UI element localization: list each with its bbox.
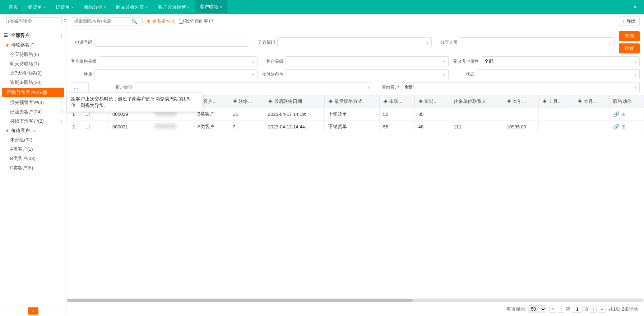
value-group-edit-icon[interactable]: ✏	[33, 128, 37, 133]
settings-button[interactable]: 设置	[619, 43, 640, 53]
main-search-input[interactable]	[74, 19, 131, 24]
nav-analysis[interactable]: 商品分析 ×	[79, 0, 111, 14]
col-action: 联络动作	[609, 95, 644, 108]
action-grid-icon[interactable]: ⊞	[621, 111, 626, 117]
cell-name	[151, 121, 194, 133]
table-row: 2 000031 A类客户 7 2023-04-12 14:44: 下销货单 5…	[66, 121, 644, 133]
sidebar-value-group[interactable]: ▼ 价值客户 ✏	[0, 126, 66, 135]
customer-level-select[interactable]: ∨	[286, 56, 449, 66]
my-customers-checkbox[interactable]	[179, 19, 184, 24]
cell-last-contact-method: 下销货单	[324, 108, 379, 121]
price-level-select[interactable]: ∨	[99, 56, 258, 66]
retail-attr-select[interactable]: 全部 ∨	[481, 56, 640, 66]
cell-uncontacted: 50	[379, 108, 414, 121]
cell-last-contact-date: 2023-04-17 14:19:	[264, 108, 325, 121]
sidebar-bottom: ›	[0, 306, 66, 316]
query-button[interactable]: 查询	[619, 31, 640, 41]
next-page-button[interactable]: ›	[590, 306, 597, 313]
status-label: 状态	[453, 71, 474, 77]
retail-customer-select[interactable]: 全部 ∨	[401, 82, 640, 92]
collapse-icon: 《	[59, 33, 62, 38]
contact-method-link[interactable]: 下销货单	[328, 111, 347, 117]
nav-analysis-list[interactable]: 商品分析列表 ×	[111, 0, 153, 14]
main-search-wrap: 🔍	[71, 17, 143, 25]
sidebar-item-today[interactable]: 今天待联络(0)	[0, 50, 66, 59]
row-checkbox[interactable]	[85, 124, 89, 128]
nav-crm-segment[interactable]: 客户分层经营 ×	[153, 0, 195, 14]
my-customers-filter[interactable]: 我分管的客户	[179, 18, 213, 24]
sidebar-item-overdue[interactable]: 逾期未联络(30)	[0, 78, 66, 87]
sidebar-item-unclassified[interactable]: 未分组(32)	[0, 135, 66, 145]
payment-select[interactable]: ∨	[286, 69, 449, 79]
filter-retail-attr: 零散客户属性 全部 ∨	[453, 56, 640, 66]
gender-select[interactable]: ∨	[94, 69, 258, 79]
cell-this-month	[574, 121, 609, 133]
cell-last-month	[539, 108, 574, 121]
nav-purchase-close[interactable]: ×	[71, 5, 73, 9]
col-overdue: ◈ 逾期...	[414, 95, 450, 108]
per-page-select[interactable]: 50 20 100	[528, 305, 546, 313]
action-link-icon[interactable]: 🔗	[613, 111, 619, 117]
cell-this-month	[574, 108, 609, 121]
cell-overdue: 48	[414, 121, 450, 133]
adv-filter-row2: 客户价格等级 ∨ 客户等级 ∨ 零散客户属性 全部	[71, 56, 640, 66]
sidebar-item-b-class[interactable]: B类客户(33)	[0, 154, 66, 163]
customer-level-label: 客户等级	[262, 58, 283, 65]
nav-analysis-list-close[interactable]: ×	[145, 5, 148, 9]
manager-label: 分管人员	[436, 39, 458, 46]
sidebar-item-repeat-purchase[interactable]: 回购异常客户(2) ?	[2, 88, 64, 97]
help-icon-churned: ?	[60, 110, 62, 114]
first-page-button[interactable]: «	[549, 306, 557, 313]
horizontal-scrollbar[interactable]	[66, 298, 644, 302]
dept-chevron-icon: ∨	[426, 41, 428, 44]
nav-sales[interactable]: 销货单 ×	[23, 0, 51, 14]
status-select[interactable]: ∨	[477, 69, 640, 79]
sidebar-pending-group[interactable]: ▼ 待联络客户	[0, 41, 66, 50]
repeat-purchase-help-icon[interactable]: ?	[42, 90, 47, 95]
scroll-thumb[interactable]	[67, 299, 413, 302]
sidebar-item-tomorrow[interactable]: 明天待联络(1)	[0, 59, 66, 69]
cell-last-month	[539, 121, 574, 133]
main-search-icon[interactable]: 🔍	[131, 19, 137, 24]
filter-manager: 分管人员 …	[436, 37, 615, 47]
sidebar-search-icon[interactable]: 🔍	[63, 19, 66, 24]
phone-input[interactable]	[94, 38, 249, 47]
cell-contact: 15	[229, 108, 264, 121]
sidebar-all-customers[interactable]: ☰ 全部客户 《	[0, 30, 66, 41]
cell-code: 000031	[109, 121, 151, 133]
nav-purchase[interactable]: 进货单 ×	[51, 0, 78, 14]
sidebar-item-churned[interactable]: 已流失客户(24) ?	[0, 107, 66, 117]
cell-uncontacted: 55	[379, 121, 414, 133]
more-conditions-button[interactable]: ▼ 更多条件 ∧	[146, 18, 175, 24]
nav-crm-contact-close[interactable]: ×	[220, 5, 222, 9]
dept-select[interactable]: ∨	[277, 37, 432, 47]
last-page-button[interactable]: »	[598, 306, 606, 313]
sidebar-item-a-class[interactable]: A类客户(1)	[0, 145, 66, 154]
filter-phone: 电话号码	[71, 38, 249, 47]
action-link-icon[interactable]: 🔗	[613, 124, 619, 129]
page-number-input[interactable]	[572, 306, 583, 313]
export-button[interactable]: ↑ 导出	[619, 16, 640, 26]
more-dots-button[interactable]: ...	[71, 82, 89, 92]
nav-analysis-close[interactable]: ×	[104, 5, 106, 9]
sidebar-item-declining[interactable]: 持续下滑客户(2) ?	[0, 117, 66, 126]
customer-type-select[interactable]: ∨	[135, 82, 373, 92]
pagination-footer: 每页显示 50 20 100 « ‹ 第 页 › » 共1页 2条记录	[66, 302, 644, 316]
sidebar-item-7days[interactable]: 近7天待联络(0)	[0, 69, 66, 78]
action-grid-icon[interactable]: ⊞	[621, 124, 626, 129]
manager-select[interactable]: …	[460, 37, 615, 47]
sidebar-search-input[interactable]	[3, 17, 62, 25]
window-close-button[interactable]: ×	[630, 4, 640, 10]
help-icon-churn-warning: ?	[60, 100, 62, 105]
sidebar-item-churn-warning[interactable]: 流失预警客户(3) ?	[0, 98, 66, 107]
nav-home[interactable]: 首页	[4, 0, 23, 14]
sidebar-toggle-button[interactable]: ›	[28, 307, 38, 315]
sidebar-item-c-class[interactable]: C类客户(6)	[0, 163, 66, 173]
nav-sales-close[interactable]: ×	[43, 5, 46, 9]
nav-crm-segment-close[interactable]: ×	[187, 5, 190, 9]
prev-page-button[interactable]: ‹	[558, 306, 564, 313]
page-suffix-label: 页	[584, 306, 589, 312]
nav-crm-contact[interactable]: 客户联络 ×	[195, 0, 227, 14]
filter-status: 状态 ∨	[453, 69, 640, 79]
contact-method-link[interactable]: 下销货单	[328, 124, 347, 129]
